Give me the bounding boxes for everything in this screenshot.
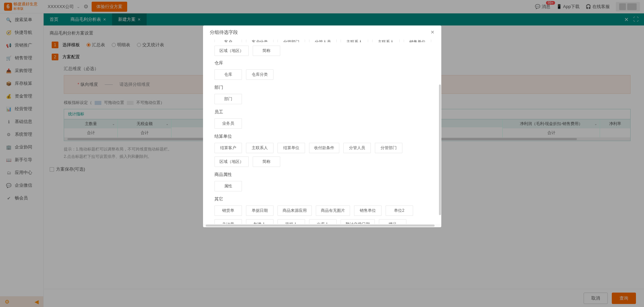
field-chip[interactable]: 客户	[214, 40, 242, 42]
modal-h-scrollbar[interactable]	[203, 224, 441, 227]
field-chip[interactable]: 收付款条件	[309, 143, 339, 153]
field-chip[interactable]: 主联系人	[341, 40, 368, 42]
field-chip[interactable]: 主计量	[214, 219, 242, 224]
field-chip[interactable]: 区域（地区）	[214, 157, 249, 167]
group-title: 结算单位	[214, 133, 435, 139]
field-chip[interactable]: 单位2	[386, 205, 413, 216]
chip-row: 销货单单据日期商品来源应用商品有无图片销售单位单位2主计量制单人审核人出库人预计…	[214, 205, 435, 224]
field-chip[interactable]: 赠品	[379, 219, 406, 224]
field-chip[interactable]: 简称	[253, 46, 280, 56]
chip-row: 部门	[214, 94, 435, 104]
field-chip[interactable]: 主联系人	[372, 40, 400, 42]
field-chip[interactable]: 主联系人	[246, 143, 274, 153]
field-chip[interactable]: 部门	[214, 94, 242, 104]
field-group: 结算单位结算客户主联系人结算单位收付款条件分管人员分管部门区域（地区）简称	[214, 133, 435, 167]
field-chip[interactable]: 出库人	[309, 219, 337, 224]
group-title: 员工	[214, 109, 435, 115]
field-chip[interactable]: 仓库	[214, 69, 242, 80]
group-title: 部门	[214, 84, 435, 90]
modal-header: 分组待选字段 ✕	[203, 25, 441, 40]
field-chip[interactable]: 预计交货日期	[341, 219, 375, 224]
group-title: 商品属性	[214, 172, 435, 178]
field-chip[interactable]: 区域（地区）	[214, 46, 249, 56]
field-chip[interactable]: 销售单位	[354, 205, 382, 216]
field-chip[interactable]: 分管部门	[278, 40, 305, 42]
modal-v-scrollbar[interactable]	[439, 38, 441, 223]
modal-body: 客户客户分类分管部门分管人员主联系人主联系人销售单位 区域（地区）简称 仓库仓库…	[203, 40, 441, 224]
group-title: 其它	[214, 196, 435, 202]
group-title: 仓库	[214, 60, 435, 66]
scrollbar-thumb[interactable]	[206, 225, 435, 227]
chip-row: 业务员	[214, 118, 435, 129]
field-group: 商品属性属性	[214, 172, 435, 191]
field-chip[interactable]: 结算单位	[278, 143, 305, 153]
field-chip[interactable]: 分管人员	[343, 143, 371, 153]
close-icon[interactable]: ✕	[431, 29, 435, 36]
field-chip[interactable]: 仓库分类	[246, 69, 274, 80]
field-chip[interactable]: 属性	[214, 181, 242, 191]
modal-title: 分组待选字段	[210, 29, 238, 36]
field-chip[interactable]: 审核人	[278, 219, 305, 224]
chip-row: 结算客户主联系人结算单位收付款条件分管人员分管部门区域（地区）简称	[214, 143, 435, 167]
field-chip[interactable]: 结算客户	[214, 143, 242, 153]
field-chip[interactable]: 简称	[253, 157, 280, 167]
field-chip[interactable]: 销售单位	[404, 40, 431, 42]
chip-row: 属性	[214, 181, 435, 191]
field-chip[interactable]: 业务员	[214, 118, 242, 129]
field-chip[interactable]: 制单人	[246, 219, 274, 224]
field-chip[interactable]: 销货单	[214, 205, 242, 216]
field-group: 部门部门	[214, 84, 435, 104]
group-fields-modal: 分组待选字段 ✕ 客户客户分类分管部门分管人员主联系人主联系人销售单位 区域（地…	[203, 25, 441, 227]
field-chip[interactable]: 单据日期	[246, 205, 274, 216]
field-group: 员工业务员	[214, 109, 435, 129]
chip-row: 仓库仓库分类	[214, 69, 435, 80]
field-chip[interactable]: 商品有无图片	[316, 205, 350, 216]
field-group: 仓库仓库仓库分类	[214, 60, 435, 80]
scrollbar-thumb[interactable]	[439, 84, 441, 215]
field-chip[interactable]: 分管人员	[309, 40, 337, 42]
field-group: 其它销货单单据日期商品来源应用商品有无图片销售单位单位2主计量制单人审核人出库人…	[214, 196, 435, 224]
field-chip[interactable]: 客户分类	[246, 40, 274, 42]
field-chip[interactable]: 商品来源应用	[278, 205, 312, 216]
field-chip[interactable]: 分管部门	[375, 143, 402, 153]
